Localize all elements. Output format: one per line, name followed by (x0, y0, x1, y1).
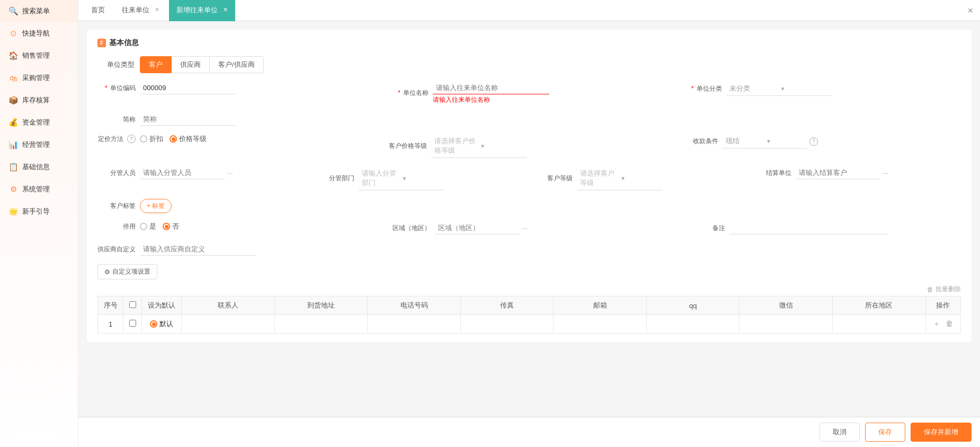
phone-input[interactable] (373, 321, 455, 328)
close-new-partner-tab[interactable]: ✕ (223, 6, 228, 13)
inventory-icon: 📦 (8, 95, 18, 105)
gear-icon: ⚙ (104, 268, 110, 276)
email-input[interactable] (559, 321, 641, 328)
section-title-icon: F (97, 39, 106, 47)
col-wechat: 微信 (740, 296, 833, 315)
manager-more-icon[interactable]: ··· (225, 169, 235, 177)
contact-input[interactable] (187, 321, 269, 328)
col-seq: 序号 (98, 296, 123, 315)
manager-input[interactable] (140, 166, 225, 179)
disabled-yes-option[interactable]: 是 (140, 222, 156, 231)
unit-category-select[interactable]: 未分类 ▼ (726, 82, 832, 96)
unit-name-error: 请输入往来单位名称 (433, 95, 549, 104)
disabled-yes-radio (140, 223, 147, 230)
department-label: 分管部门 (316, 174, 359, 183)
row-address (274, 315, 368, 334)
quick-nav-icon: ⊙ (8, 29, 18, 38)
tab-new-partner[interactable]: 新增往来单位 ✕ (169, 0, 235, 21)
unit-name-input[interactable] (433, 82, 549, 94)
customer-level-chevron-icon: ▼ (620, 176, 658, 181)
payment-terms-label: 收款条件 (680, 137, 723, 146)
sidebar-item-inventory[interactable]: 📦 库存核算 (0, 89, 78, 111)
pricing-level-radio (170, 135, 177, 143)
sidebar-item-guide[interactable]: 🌟 新手引导 (0, 200, 78, 223)
row-phone (368, 315, 461, 334)
short-name-input[interactable] (140, 113, 235, 126)
basic-info-icon: 📋 (8, 162, 18, 172)
region-more-icon[interactable]: ··· (520, 224, 530, 232)
settlement-unit-more-icon[interactable]: ··· (880, 169, 891, 177)
sidebar-item-sales[interactable]: 🏠 销售管理 (0, 45, 78, 67)
col-fax: 传真 (460, 296, 554, 315)
customer-price-level-select[interactable]: 请选择客户价格等级 ▼ (431, 134, 527, 158)
department-select[interactable]: 请输入分管部门 ▼ (359, 166, 443, 190)
notes-group: 备注 (687, 222, 961, 234)
sidebar-item-quick-nav[interactable]: ⊙ 快捷导航 (0, 22, 78, 45)
unit-type-supplier-btn[interactable]: 供应商 (172, 56, 209, 73)
customer-tags-group: 客户标签 + 标签 (97, 199, 961, 213)
pricing-level-option[interactable]: 价格等级 (170, 134, 207, 144)
finance-icon: 💰 (8, 118, 18, 127)
unit-type-both-btn[interactable]: 客户/供应商 (209, 56, 264, 73)
save-new-button[interactable]: 保存并新增 (911, 423, 972, 442)
notes-input[interactable] (729, 222, 888, 234)
cancel-button[interactable]: 取消 (819, 423, 860, 442)
pricing-help-icon[interactable]: ? (127, 135, 136, 143)
section-title: F 基本信息 (97, 38, 961, 48)
sidebar-item-basic-info[interactable]: 📋 基础信息 (0, 156, 78, 178)
save-button[interactable]: 保存 (865, 423, 905, 442)
delete-row-button[interactable]: 🗑 (944, 319, 955, 328)
sidebar-item-system[interactable]: ⚙ 系统管理 (0, 178, 78, 200)
unit-category-chevron-icon: ▼ (780, 86, 829, 92)
tab-partners[interactable]: 往来单位 ✕ (114, 0, 167, 21)
payment-terms-select[interactable]: 现结 ▼ (723, 134, 807, 148)
col-contact: 联系人 (182, 296, 275, 315)
select-all-checkbox[interactable] (129, 301, 136, 308)
payment-terms-help-icon[interactable]: ? (809, 137, 818, 146)
customer-level-select[interactable]: 请选择客户等级 ▼ (577, 166, 662, 190)
row-fax (460, 315, 554, 334)
unit-type-customer-btn[interactable]: 客户 (140, 56, 172, 73)
row-select-checkbox[interactable] (129, 320, 136, 327)
address-input[interactable] (280, 321, 362, 328)
add-row-button[interactable]: ＋ (931, 319, 942, 329)
form-row-4: 分管人员 ··· 分管部门 请输入分管部门 ▼ 客户等级 请选择客户等级 ▼ (97, 166, 961, 190)
close-all-tabs-icon[interactable]: ✕ (967, 6, 974, 15)
tab-home[interactable]: 首页 (84, 0, 112, 21)
supplier-custom-input[interactable] (140, 243, 256, 256)
qq-input[interactable] (652, 321, 734, 328)
col-qq: qq (646, 296, 740, 315)
region-label: 区域（地区） (393, 224, 435, 233)
sidebar-item-purchase[interactable]: 🛍 采购管理 (0, 67, 78, 89)
region-input[interactable] (435, 222, 520, 234)
pricing-discount-option[interactable]: 折扣 (140, 134, 163, 144)
default-radio-item[interactable]: 默认 (147, 319, 176, 329)
sidebar-item-search[interactable]: 🔍 搜索菜单 (0, 0, 78, 22)
row-qq (646, 315, 740, 334)
col-checkbox (123, 296, 142, 315)
row-region-input[interactable] (838, 321, 920, 328)
custom-settings-button[interactable]: ⚙ 自定义项设置 (97, 264, 157, 279)
sidebar-item-finance[interactable]: 💰 资金管理 (0, 111, 78, 134)
sidebar-item-operations[interactable]: 📊 经营管理 (0, 134, 78, 156)
close-partners-tab[interactable]: ✕ (155, 6, 159, 13)
add-tag-button[interactable]: + 标签 (140, 199, 172, 213)
batch-delete-btn[interactable]: 🗑 批量删除 (97, 285, 961, 294)
disabled-no-option[interactable]: 否 (163, 222, 179, 231)
supplier-custom-label: 供应商自定义 (97, 245, 140, 254)
form-row-2: 简称 (97, 113, 961, 126)
unit-code-input[interactable] (140, 82, 235, 94)
notes-label: 备注 (687, 224, 729, 233)
fax-input[interactable] (466, 321, 548, 328)
sidebar: 🔍 搜索菜单 ⊙ 快捷导航 🏠 销售管理 🛍 采购管理 📦 库存核算 💰 资金管… (0, 0, 78, 447)
settlement-unit-input[interactable] (796, 166, 880, 179)
wechat-input[interactable] (745, 321, 827, 328)
unit-category-group: * 单位分类 未分类 ▼ (684, 82, 961, 96)
row-seq: 1 (98, 315, 123, 334)
row-email (554, 315, 647, 334)
unit-code-label: * 单位编码 (97, 84, 140, 93)
manager-group: 分管人员 ··· (97, 166, 306, 179)
form-row-3: 定价方法 ? 折扣 价格等级 客户 (97, 134, 961, 158)
disabled-label: 停用 (97, 222, 140, 231)
disabled-no-radio (163, 223, 170, 230)
